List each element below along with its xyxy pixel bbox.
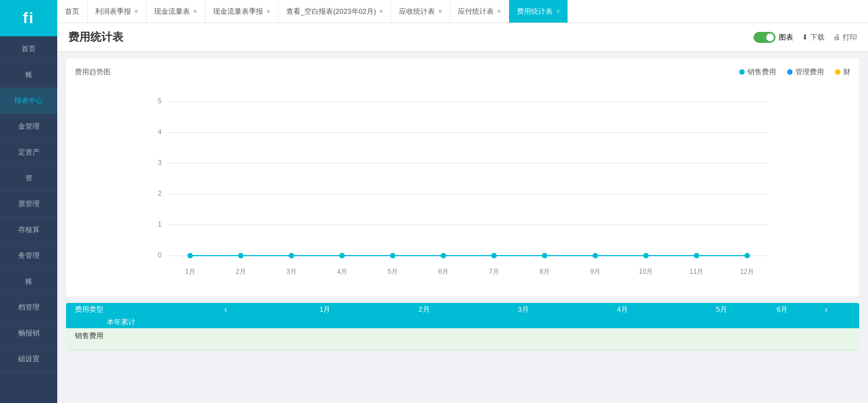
tab-profit-quarterly[interactable]: 利润表季报 × [88,0,146,23]
svg-point-27 [340,253,345,258]
sidebar: fi 首页 账 报表中心 金管理 定资产 资 票管理 存核算 务管理 账 档管理… [0,0,57,403]
header-actions: 图表 ⬇ 下载 🖨 打印 [754,32,857,43]
tab-payable-stat[interactable]: 应付统计表 × [450,0,509,23]
table-row: 销售费用 [66,328,859,350]
th-apr: 4月 [573,305,672,314]
sidebar-item-fixed-assets[interactable]: 定资产 [0,140,57,165]
close-view-blank[interactable]: × [379,8,383,15]
th-jun: 6月 [771,305,793,314]
sidebar-logo: fi [0,0,57,36]
chart-toggle-label: 图表 [779,32,793,42]
chart-legend: 销售费用 管理费用 财 [739,67,850,77]
svg-text:12月: 12月 [740,268,754,275]
svg-point-29 [441,253,446,258]
sidebar-item-report-center[interactable]: 报表中心 [0,88,57,114]
chart-section: 费用趋势图 销售费用 管理费用 财 [66,58,859,296]
svg-text:11月: 11月 [690,268,703,275]
sidebar-item-service-mgmt[interactable]: 务管理 [0,243,57,269]
tab-home[interactable]: 首页 [57,0,88,23]
sidebar-item-archive[interactable]: 档管理 [0,295,57,321]
svg-point-33 [643,253,649,258]
legend-label-mgmt: 管理费用 [795,67,824,77]
svg-point-35 [745,253,750,258]
tab-view-blank[interactable]: 查看_空白报表(2023年02月) × [279,0,391,23]
svg-point-31 [542,253,548,258]
sidebar-item-inventory[interactable]: 存核算 [0,217,57,243]
sidebar-item-home[interactable]: 首页 [0,36,57,62]
legend-dot-finance [835,69,840,75]
legend-finance-expense: 财 [835,67,850,77]
th-type: 费用类型 [66,305,176,314]
expense-table: 费用类型 ‹ 1月 2月 3月 4月 5月 6月 › 本年累计 销售费用 [66,303,859,350]
sidebar-item-base-settings[interactable]: 础设置 [0,346,57,372]
close-payable-stat[interactable]: × [497,8,501,15]
svg-point-32 [593,253,598,258]
legend-mgmt-expense: 管理费用 [787,67,824,77]
chart-title: 费用趋势图 [75,67,111,77]
svg-point-30 [492,253,497,258]
tab-cashflow[interactable]: 现金流量表 × [146,0,205,23]
legend-dot-mgmt [787,69,793,75]
chart-toggle-wrap: 图表 [754,32,793,43]
sidebar-item-ticket-mgmt[interactable]: 票管理 [0,191,57,217]
svg-text:1月: 1月 [185,268,195,275]
th-feb: 2月 [374,305,473,314]
th-may: 5月 [672,305,771,314]
close-expense-stat[interactable]: × [556,8,560,15]
close-cashflow-quarterly[interactable]: × [266,8,270,15]
svg-text:0: 0 [158,251,162,259]
svg-text:6月: 6月 [438,268,449,275]
tab-receivable[interactable]: 应收统计表 × [391,0,450,23]
tab-cashflow-quarterly[interactable]: 现金流量表季报 × [205,0,279,23]
print-button[interactable]: 🖨 打印 [833,32,857,42]
svg-text:4月: 4月 [337,268,347,275]
sidebar-item-account[interactable]: 账 [0,62,57,88]
legend-label-sales: 销售费用 [747,67,776,77]
content-area: 费用统计表 图表 ⬇ 下载 🖨 打印 费用趋势图 [57,23,868,403]
legend-dot-sales [739,69,745,75]
svg-point-28 [390,253,396,258]
svg-text:3月: 3月 [286,268,297,275]
svg-point-34 [694,253,700,258]
legend-sales-expense: 销售费用 [739,67,776,77]
sidebar-item-expense-reimburse[interactable]: 畅报销 [0,321,57,346]
svg-point-24 [188,253,193,258]
svg-text:10月: 10月 [639,268,653,275]
download-button[interactable]: ⬇ 下载 [802,32,825,42]
svg-point-25 [238,253,244,258]
page-header: 费用统计表 图表 ⬇ 下载 🖨 打印 [57,23,868,52]
table-header: 费用类型 ‹ 1月 2月 3月 4月 5月 6月 › 本年累计 [66,303,859,328]
td-type: 销售费用 [66,331,176,341]
svg-text:2月: 2月 [236,268,246,275]
close-cashflow[interactable]: × [193,8,197,15]
close-profit-quarterly[interactable]: × [134,8,138,15]
print-icon: 🖨 [833,33,840,41]
svg-text:4: 4 [158,128,162,136]
svg-text:1: 1 [158,220,162,228]
tab-expense-stat[interactable]: 费用统计表 × [509,0,568,23]
chart-header: 费用趋势图 销售费用 管理费用 财 [75,67,850,77]
th-nav-next[interactable]: › [793,305,859,314]
th-jan: 1月 [275,305,374,314]
svg-text:2: 2 [158,190,162,197]
sidebar-item-fund-mgmt[interactable]: 金管理 [0,114,57,140]
th-nav-prev[interactable]: ‹ [176,305,275,314]
svg-text:8月: 8月 [539,268,550,275]
close-receivable[interactable]: × [438,8,442,15]
download-icon: ⬇ [802,33,808,41]
th-ytd: 本年累计 [66,317,176,327]
svg-text:5月: 5月 [387,268,398,275]
main-area: 首页 利润表季报 × 现金流量表 × 现金流量表季报 × 查看_空白报表(202… [57,0,868,403]
svg-point-26 [289,253,294,258]
trend-chart: 0 1 2 3 4 5 1月 2月 3月 [75,82,850,286]
svg-text:7月: 7月 [489,268,499,275]
tab-bar: 首页 利润表季报 × 现金流量表 × 现金流量表季报 × 查看_空白报表(202… [57,0,868,23]
th-mar: 3月 [474,305,573,314]
sidebar-item-investment[interactable]: 资 [0,165,57,191]
page-title: 费用统计表 [68,30,123,45]
sidebar-item-payable[interactable]: 账 [0,269,57,295]
legend-label-finance: 财 [843,67,850,77]
svg-text:9月: 9月 [590,268,600,275]
svg-text:3: 3 [158,159,162,167]
chart-toggle[interactable] [754,32,776,43]
